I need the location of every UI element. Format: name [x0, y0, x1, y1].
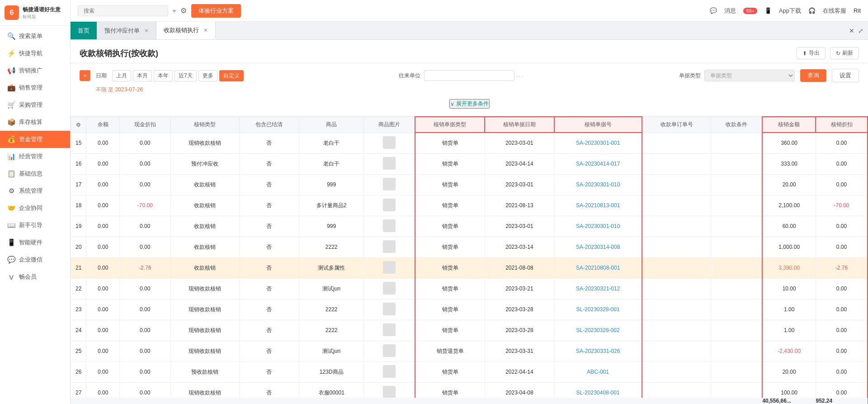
- gear-icon[interactable]: ⚙: [180, 6, 187, 15]
- sidebar-menu: 🔍搜索菜单⚡快捷导航📢营销推广💼销售管理🛒采购管理📦库存核算💰资金管理📊经营管理…: [0, 26, 70, 404]
- cell-balance: 0.00: [86, 320, 120, 341]
- last-month-btn[interactable]: 上月: [112, 70, 131, 81]
- sidebar-item-0[interactable]: 🔍搜索菜单: [0, 28, 70, 45]
- sidebar-item-11[interactable]: 📖新手引导: [0, 217, 70, 234]
- sidebar-item-10[interactable]: 🤝企业协同: [0, 200, 70, 217]
- cell-goods-image: [364, 153, 415, 174]
- sidebar-item-6[interactable]: 💰资金管理: [0, 131, 70, 148]
- cell-cash-discount: 0.00: [119, 361, 170, 382]
- cell-receipt-condition: [711, 278, 763, 299]
- sidebar-item-4[interactable]: 🛒采购管理: [0, 96, 70, 114]
- filter-toggle-icon[interactable]: »: [80, 70, 90, 81]
- user-label[interactable]: Rit: [854, 7, 861, 14]
- table-row: 22 0.00 0.00 现销收款核销 否 测试jun 销货单 2023-03-…: [71, 278, 868, 299]
- sidebar-item-7[interactable]: 📊经营管理: [0, 148, 70, 165]
- cell-balance: 0.00: [86, 133, 120, 153]
- writeoff-tab-label: 收款核销执行: [164, 26, 199, 34]
- cell-writeoff-discount: 0.00: [816, 299, 868, 320]
- cell-bill-type: 销货退货单: [415, 341, 485, 361]
- cell-writeoff-amount: 20.00: [762, 174, 816, 195]
- close-window-icon[interactable]: ✕: [849, 27, 854, 34]
- sidebar-item-3[interactable]: 💼销售管理: [0, 79, 70, 96]
- cell-balance: 0.00: [86, 195, 120, 216]
- setting-button[interactable]: 设置: [832, 69, 859, 82]
- cell-balance: 0.00: [86, 299, 120, 320]
- cell-writeoff-discount: 0.00: [816, 133, 868, 153]
- custom-btn[interactable]: 自定义: [219, 70, 244, 81]
- cell-include-settled: 否: [239, 237, 299, 257]
- table-row: 26 0.00 0.00 预收款核销 否 123D商品 销货单 2022-04-…: [71, 361, 868, 382]
- sidebar-label-12: 智能硬件: [19, 238, 42, 247]
- this-year-btn[interactable]: 本年: [154, 70, 173, 81]
- cell-goods: 2222: [299, 299, 364, 320]
- logo-name: 畅捷通谱好生意: [23, 6, 61, 14]
- sidebar-item-2[interactable]: 📢营销推广: [0, 62, 70, 79]
- refresh-button[interactable]: ↻ 刷新: [830, 47, 859, 59]
- sidebar-label-11: 新手引导: [19, 221, 42, 229]
- bill-type-select[interactable]: 单据类型: [704, 70, 795, 81]
- cell-bill-no: SA-20230301-001: [554, 133, 642, 153]
- query-button[interactable]: 查询: [800, 69, 826, 82]
- cell-goods-image: [364, 174, 415, 195]
- table-row: 25 0.00 0.00 现销收款核销 否 测试jun 销货退货单 2023-0…: [71, 341, 868, 361]
- cell-bill-date: 2023-03-28: [485, 299, 554, 320]
- sidebar-item-9[interactable]: ⚙系统管理: [0, 182, 70, 200]
- search-input[interactable]: [78, 5, 168, 16]
- cell-id: 22: [71, 278, 86, 299]
- industry-btn[interactable]: 体验行业方案: [191, 4, 241, 18]
- sidebar-icon-6: 💰: [7, 135, 15, 143]
- cell-receipt-order: [642, 341, 711, 361]
- sidebar-item-8[interactable]: 📋基础信息: [0, 165, 70, 182]
- cell-writeoff-discount: 0.00: [816, 216, 868, 237]
- cell-receipt-condition: [711, 341, 763, 361]
- online-service-label[interactable]: 在线客服: [823, 7, 846, 15]
- maximize-window-icon[interactable]: ⤢: [858, 27, 863, 34]
- filter-row-1: » 日期 上月 本月 本年 近7天 更多 自定义 往来单位 ··· 单据类型: [80, 69, 859, 82]
- tabbar: 首页 预付冲应付单 ✕ 收款核销执行 ✕ ✕ ⤢: [71, 22, 868, 40]
- cell-goods-image: [364, 341, 415, 361]
- sidebar-item-12[interactable]: 📱智能硬件: [0, 234, 70, 251]
- main-area: ▾ ⚙ 体验行业方案 💬 消息 99+ 📱 App下载 🎧 在线客服 Rit 首…: [71, 0, 868, 404]
- th-bill-date: 核销单据日期: [485, 117, 554, 133]
- cell-bill-no: SL-20230328-002: [554, 320, 642, 341]
- sidebar-item-13[interactable]: 💬企业微信: [0, 251, 70, 268]
- cell-writeoff-type: 预收款核销: [170, 361, 239, 382]
- cell-balance: 0.00: [86, 174, 120, 195]
- expand-conditions-btn[interactable]: ∨ 展开更多条件: [449, 99, 490, 109]
- last7-btn[interactable]: 近7天: [175, 70, 197, 81]
- cell-writeoff-amount: 10.00: [762, 278, 816, 299]
- column-settings-icon[interactable]: ⚙: [76, 122, 81, 128]
- partner-input[interactable]: [424, 70, 514, 81]
- table-row: 19 0.00 0.00 收款核销 否 999 销货单 2023-03-01 S…: [71, 216, 868, 237]
- table-row: 17 0.00 0.00 收款核销 否 999 销货单 2023-03-01 S…: [71, 174, 868, 195]
- close-tab-writeoff-icon[interactable]: ✕: [203, 27, 208, 33]
- tab-prepay[interactable]: 预付冲应付单 ✕: [97, 22, 156, 39]
- table-row: 23 0.00 0.00 现销收款核销 否 2222 销货单 2023-03-2…: [71, 299, 868, 320]
- sidebar-item-1[interactable]: ⚡快捷导航: [0, 45, 70, 62]
- cell-writeoff-amount: 1.00: [762, 320, 816, 341]
- sidebar-label-2: 营销推广: [19, 67, 42, 75]
- app-download-label[interactable]: App下载: [779, 7, 801, 15]
- cell-writeoff-discount: 0.00: [816, 341, 868, 361]
- export-button[interactable]: ⬆ 导出: [797, 47, 826, 59]
- tab-home[interactable]: 首页: [71, 22, 97, 39]
- message-label[interactable]: 消息: [724, 7, 736, 15]
- sidebar-item-5[interactable]: 📦库存核算: [0, 114, 70, 131]
- sidebar-label-0: 搜索菜单: [19, 32, 42, 40]
- topbar-left: ▾ ⚙ 体验行业方案: [78, 4, 704, 18]
- this-month-btn[interactable]: 本月: [133, 70, 152, 81]
- partner-dots: ···: [516, 72, 524, 79]
- app-download-icon: 📱: [764, 7, 772, 14]
- date-range-text: 不限 至 2023-07-26: [96, 86, 143, 94]
- sidebar-item-14[interactable]: V畅会员: [0, 268, 70, 285]
- cell-writeoff-type: 现销收款核销: [170, 299, 239, 320]
- cell-bill-type: 销货单: [415, 174, 485, 195]
- more-btn[interactable]: 更多: [198, 70, 217, 81]
- close-tab-prepay-icon[interactable]: ✕: [144, 28, 149, 34]
- cell-goods: 999: [299, 174, 364, 195]
- cell-goods-image: [364, 278, 415, 299]
- tab-writeoff[interactable]: 收款核销执行 ✕: [156, 22, 216, 39]
- cell-bill-no: SA-20230414-017: [554, 153, 642, 174]
- cell-writeoff-amount: 60.00: [762, 216, 816, 237]
- cell-goods: 老白干: [299, 133, 364, 153]
